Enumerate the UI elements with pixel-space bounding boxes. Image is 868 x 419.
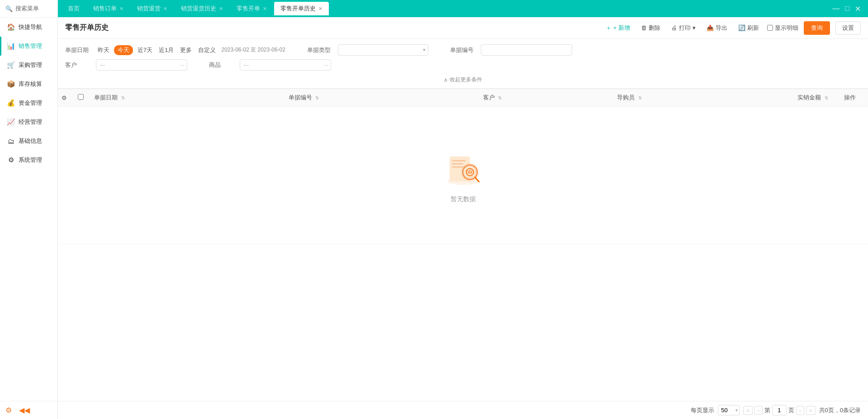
add-label: + 新增 (613, 24, 630, 32)
date-label: 单据日期 (65, 46, 92, 54)
sidebar-item-sales-mgmt[interactable]: 📊 销售管理 (0, 37, 57, 56)
th-settings[interactable]: ⚙ (58, 89, 74, 107)
sidebar-item-quick-nav[interactable]: 🏠 快捷导航 (0, 18, 57, 37)
th-actual-amount-label: 实销金额 (797, 94, 821, 101)
th-doc-date: 单据日期 ⇅ (90, 89, 285, 107)
close-tab-sales-return-history[interactable]: ✕ (219, 6, 223, 12)
next-page-button[interactable]: › (796, 406, 804, 415)
close-button[interactable]: ✕ (855, 5, 861, 13)
sidebar-item-inventory[interactable]: 📦 库存核算 (0, 75, 57, 94)
add-button[interactable]: ＋ + 新增 (603, 22, 633, 34)
sort-doc-no-icon[interactable]: ⇅ (315, 95, 319, 100)
svg-line-11 (471, 171, 472, 174)
show-detail-input[interactable] (767, 25, 773, 31)
shortcut-last7days[interactable]: 近7天 (136, 45, 154, 55)
empty-illustration (443, 147, 484, 188)
shortcut-today[interactable]: 今天 (114, 45, 133, 55)
product-input[interactable] (240, 59, 331, 71)
empty-state-cell: 暂无数据 (58, 107, 868, 245)
add-icon: ＋ (606, 24, 612, 32)
refresh-icon: 🔄 (738, 24, 745, 31)
doc-no-label: 单据编号 (450, 46, 477, 54)
shortcut-last1month[interactable]: 近1月 (157, 45, 175, 55)
close-tab-sales-return[interactable]: ✕ (163, 6, 167, 12)
th-customer-label: 客户 (483, 94, 495, 101)
settings-button[interactable]: 设置 (835, 21, 861, 35)
shortcut-more[interactable]: 更多 (178, 45, 194, 55)
print-icon: 🖨 (671, 24, 677, 31)
doc-no-input[interactable] (481, 44, 572, 56)
collapse-up-icon: ∧ (444, 77, 448, 83)
select-all-checkbox[interactable] (78, 94, 84, 100)
shortcut-custom[interactable]: 自定义 (196, 45, 218, 55)
page-number-input[interactable] (772, 405, 787, 415)
export-button[interactable]: 📤 导出 (704, 22, 730, 34)
empty-text: 暂无数据 (451, 195, 476, 203)
money-icon: 💰 (7, 99, 15, 107)
close-tab-retail-open[interactable]: ✕ (263, 6, 267, 12)
tab-home-label: 首页 (68, 5, 80, 13)
per-page-label: 每页显示 (691, 406, 714, 414)
th-doc-no: 单据编号 ⇅ (285, 89, 479, 107)
filter-row-1: 单据日期 昨天 今天 近7天 近1月 更多 自定义 2023-06-02 至 2… (65, 44, 861, 56)
tab-retail-open-history[interactable]: 零售开单历史 ✕ (274, 2, 329, 15)
settings-icon[interactable]: ⚙ (5, 406, 12, 414)
shortcut-yesterday[interactable]: 昨天 (96, 45, 111, 55)
tab-sales-order[interactable]: 销售订单 ✕ (87, 2, 130, 15)
empty-state: 暂无数据 (62, 111, 864, 240)
th-actions: 操作 (832, 89, 868, 107)
home-icon: 🏠 (7, 23, 15, 31)
print-label: 打印 (679, 24, 691, 32)
show-detail-checkbox[interactable]: 显示明细 (767, 24, 798, 32)
page-label: 第 (764, 406, 770, 414)
column-settings-icon[interactable]: ⚙ (62, 94, 67, 101)
sidebar-item-operations[interactable]: 📈 经营管理 (0, 113, 57, 132)
close-tab-sales-order[interactable]: ✕ (119, 6, 123, 12)
svg-rect-2 (452, 160, 465, 161)
sort-salesperson-icon[interactable]: ⇅ (638, 95, 642, 100)
window-controls: — □ ✕ (832, 5, 864, 13)
tab-sales-return-history[interactable]: 销货退货历史 ✕ (175, 2, 229, 15)
tab-retail-open[interactable]: 零售开单 ✕ (230, 2, 273, 15)
sort-doc-date-icon[interactable]: ⇅ (121, 95, 125, 100)
doc-type-select[interactable] (338, 44, 428, 56)
tab-sales-return[interactable]: 销货退货 ✕ (131, 2, 174, 15)
th-salesperson-label: 导购员 (617, 94, 635, 101)
close-tab-retail-open-history[interactable]: ✕ (318, 6, 323, 12)
sidebar-item-system-mgmt[interactable]: ⚙ 系统管理 (0, 151, 57, 169)
query-button[interactable]: 查询 (804, 21, 830, 35)
tab-sales-return-label: 销货退货 (137, 5, 161, 13)
page-size-wrap: 50 10 20 100 (718, 405, 740, 415)
pagination-bar: 每页显示 50 10 20 100 « ‹ 第 页 › » 共0页，0条记录 (58, 401, 868, 419)
first-page-button[interactable]: « (743, 406, 753, 415)
print-button[interactable]: 🖨 打印 ▾ (669, 22, 698, 34)
sidebar-item-basic-info[interactable]: 🗂 基础信息 (0, 132, 57, 151)
box-icon: 📦 (7, 80, 15, 88)
last-page-button[interactable]: » (806, 406, 816, 415)
collapse-filter-btn[interactable]: ∧ 收起更多条件 (65, 74, 861, 85)
collapse-sidebar-icon[interactable]: ◀◀ (19, 406, 30, 414)
sort-customer-icon[interactable]: ⇅ (498, 95, 502, 100)
empty-state-row: 暂无数据 (58, 107, 868, 245)
tab-bar: 首页 销售订单 ✕ 销货退货 ✕ 销货退货历史 ✕ 零售开单 ✕ 零售开单历史 … (58, 0, 868, 17)
refresh-button[interactable]: 🔄 刷新 (735, 22, 762, 34)
delete-button[interactable]: 🗑 删除 (638, 22, 663, 34)
sort-actual-amount-icon[interactable]: ⇅ (825, 95, 828, 100)
prev-page-button[interactable]: ‹ (754, 406, 763, 415)
sidebar-search[interactable]: 🔍 搜索菜单 (0, 0, 57, 18)
tab-home[interactable]: 首页 (62, 2, 86, 15)
tab-sales-return-history-label: 销货退货历史 (181, 5, 216, 13)
th-doc-no-label: 单据编号 (289, 94, 312, 101)
folder-icon: 🗂 (7, 137, 15, 145)
print-arrow-icon: ▾ (693, 24, 696, 31)
cart-icon: 🛒 (7, 61, 15, 69)
minimize-button[interactable]: — (832, 5, 840, 13)
th-checkbox[interactable] (74, 89, 90, 107)
sidebar-item-purchase-mgmt[interactable]: 🛒 采购管理 (0, 56, 57, 75)
customer-input[interactable] (96, 59, 187, 71)
sidebar-item-label: 资金管理 (19, 99, 42, 107)
maximize-button[interactable]: □ (845, 5, 849, 13)
search-icon: 🔍 (5, 5, 13, 12)
sidebar-item-finance[interactable]: 💰 资金管理 (0, 94, 57, 113)
page-size-select[interactable]: 50 10 20 100 (718, 405, 740, 415)
